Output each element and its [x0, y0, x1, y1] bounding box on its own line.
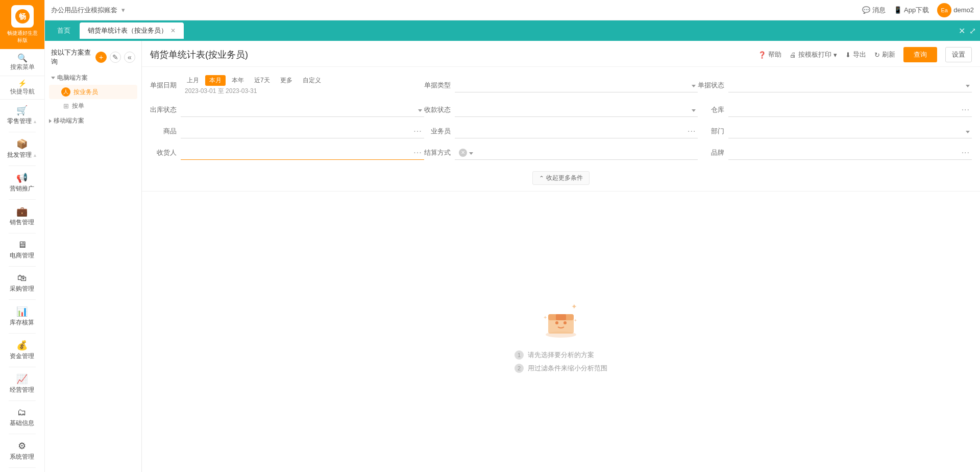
sidebar-item-ecommerce[interactable]: 🖥 电商管理 — [5, 234, 39, 265]
collapse-icon: ⌃ — [539, 175, 544, 182]
sidebar-item-system[interactable]: ⚙ 系统管理 — [5, 435, 39, 466]
date-btn-7days[interactable]: 近7天 — [250, 75, 274, 86]
print-icon: 🖨 — [790, 51, 796, 59]
filter-outbound-status: 出库状态 — [150, 103, 424, 117]
export-btn[interactable]: ⬇ 导出 — [845, 50, 866, 59]
warehouse-label: 仓库 — [698, 105, 724, 114]
filter-department: 部门 — [698, 124, 972, 138]
quicknav-label: 快捷导航 — [0, 87, 44, 96]
empty-tip-2: 2 用过滤条件来缩小分析范围 — [514, 364, 607, 373]
tabbar-actions: ✕ ⤢ — [959, 26, 980, 36]
export-icon: ⬇ — [845, 51, 851, 59]
mobile-group-chevron — [49, 119, 52, 123]
receiver-control[interactable]: ··· — [181, 146, 424, 160]
doc-status-arrow — [966, 85, 970, 87]
sidebar-item-retail[interactable]: 🛒 零售管理▲ — [5, 100, 39, 131]
sidebar-item-basic[interactable]: 🗂 基础信息 — [5, 402, 39, 433]
filter-section: 单据日期 上月 本月 本年 近7天 更多 自定义 2023-03-01 至 20… — [142, 67, 980, 192]
sidebar-item-sales[interactable]: 💼 销售管理 — [5, 201, 39, 232]
right-panel: 销货单统计表(按业务员) ❓ 帮助 🖨 按模板打印 ▾ ⬇ 导出 — [142, 41, 980, 472]
add-scheme-btn[interactable]: + — [95, 52, 107, 63]
tip-text-1: 请先选择要分析的方案 — [528, 350, 594, 360]
sidebar-item-finance[interactable]: 💰 资金管理 — [5, 335, 39, 366]
date-control[interactable]: 上月 本月 本年 近7天 更多 自定义 2023-03-01 至 2023-03… — [181, 75, 424, 96]
sidebar-item-operation[interactable]: 📈 经营管理 — [5, 368, 39, 399]
sidebar: 畅 畅捷通好生意 标版 🔍 搜索菜单 ⚡ 快捷导航 🛒 零售管理▲ 📦 批发管理… — [0, 0, 45, 472]
menu-label-marketing: 营销推广 — [10, 184, 34, 193]
department-control[interactable] — [728, 124, 972, 138]
doc-type-control[interactable] — [455, 78, 698, 92]
menu-label-operation: 经营管理 — [10, 386, 34, 394]
sidebar-divider-5 — [9, 299, 36, 300]
filter-payment-status: 收款状态 — [424, 103, 698, 117]
mobile-scheme-group-title[interactable]: 移动端方案 — [45, 114, 141, 127]
logo[interactable]: 畅 畅捷通好生意 标版 — [0, 0, 44, 49]
scheme-item-sales-person[interactable]: 人 按业务员 — [49, 85, 137, 99]
filter-row-3: 商品 ··· 业务员 ··· 部门 — [150, 124, 972, 138]
svg-text:✦: ✦ — [574, 318, 577, 323]
date-btn-more[interactable]: 更多 — [276, 75, 297, 86]
tab-maximize-btn[interactable]: ⤢ — [969, 26, 976, 36]
print-btn[interactable]: 🖨 按模板打印 ▾ — [790, 50, 837, 59]
sub-scheme-label: 按单 — [72, 102, 84, 110]
date-btn-this-month[interactable]: 本月 — [205, 75, 226, 86]
brand-control[interactable]: ··· — [728, 146, 972, 160]
print-label: 按模板打印 — [798, 50, 831, 59]
scheme-item-by-order[interactable]: ⊞ 按单 — [47, 100, 139, 112]
sidebar-item-wholesale[interactable]: 📦 批发管理▲ — [5, 133, 39, 164]
menu-icon-operation: 📈 — [16, 373, 28, 385]
sidebar-item-enterprise[interactable]: 🤝 企业协同 — [5, 469, 39, 472]
collapse-panel-btn[interactable]: « — [124, 52, 135, 63]
sidebar-divider-4 — [9, 266, 36, 267]
query-btn[interactable]: 查询 — [903, 47, 937, 62]
payment-control[interactable] — [455, 103, 698, 117]
menu-label-ecommerce: 电商管理 — [10, 251, 34, 260]
tab-close-icon[interactable]: ✕ — [170, 28, 176, 34]
date-btn-this-year[interactable]: 本年 — [228, 75, 248, 86]
goods-control[interactable]: ··· — [181, 124, 424, 138]
refresh-btn[interactable]: ↻ 刷新 — [874, 50, 895, 59]
date-btn-custom[interactable]: 自定义 — [299, 75, 325, 86]
edit-scheme-btn[interactable]: ✎ — [110, 52, 121, 63]
collapse-label: 收起更多条件 — [546, 174, 583, 182]
warehouse-control[interactable]: ··· — [728, 103, 972, 117]
svg-text:✦: ✦ — [543, 315, 547, 320]
settlement-arrow — [469, 152, 473, 155]
settings-btn[interactable]: 设置 — [945, 47, 972, 62]
refresh-icon: ↻ — [874, 51, 880, 59]
tab-sales-stat[interactable]: 销货单统计表（按业务员） ✕ — [80, 22, 184, 39]
tip-text-2: 用过滤条件来缩小分析范围 — [528, 364, 607, 373]
collapse-filters-btn[interactable]: ⌃ 收起更多条件 — [532, 171, 590, 185]
sidebar-quicknav[interactable]: ⚡ 快捷导航 — [0, 76, 44, 100]
filter-warehouse: 仓库 ··· — [698, 103, 972, 117]
date-btn-last-month[interactable]: 上月 — [183, 75, 203, 86]
settlement-clear-btn[interactable]: ✕ — [459, 149, 467, 157]
outbound-control[interactable] — [181, 103, 424, 117]
tip-num-1: 1 — [514, 350, 524, 360]
tab-close-window-btn[interactable]: ✕ — [959, 26, 965, 36]
pc-scheme-group-title[interactable]: 电脑端方案 — [47, 72, 139, 84]
print-dropdown-icon[interactable]: ▾ — [834, 51, 837, 59]
app-download-btn[interactable]: 📱 App下载 — [894, 6, 929, 15]
help-btn[interactable]: ❓ 帮助 — [758, 50, 781, 59]
department-label: 部门 — [698, 127, 724, 136]
sidebar-item-marketing[interactable]: 📢 营销推广 — [5, 167, 39, 198]
user-info[interactable]: Ea demo2 — [937, 3, 974, 17]
tab-home[interactable]: 首页 — [49, 22, 79, 39]
pc-scheme-group: 电脑端方案 人 按业务员 ⊞ 按单 — [45, 72, 141, 112]
settlement-control[interactable]: ✕ — [455, 146, 698, 160]
company-dropdown-icon[interactable]: ▾ — [121, 6, 125, 14]
sidebar-item-purchase[interactable]: 🛍 采购管理 — [5, 268, 39, 298]
filter-date: 单据日期 上月 本月 本年 近7天 更多 自定义 2023-03-01 至 20… — [150, 75, 424, 96]
doc-status-control[interactable] — [728, 78, 972, 92]
message-btn[interactable]: 💬 消息 — [862, 6, 886, 15]
topbar-left: 办公用品行业模拟账套 ▾ — [51, 6, 125, 15]
logo-text: 畅捷通好生意 标版 — [4, 30, 40, 44]
mobile-group-label: 移动端方案 — [54, 116, 84, 125]
sidebar-item-inventory[interactable]: 📊 库存核算 — [5, 301, 39, 332]
filter-settlement: 结算方式 ✕ — [424, 146, 698, 160]
sidebar-search[interactable]: 🔍 搜索菜单 — [0, 49, 44, 76]
outbound-label: 出库状态 — [150, 105, 177, 114]
salesperson-control[interactable]: ··· — [455, 124, 698, 138]
page-title: 销货单统计表(按业务员) — [150, 49, 248, 61]
